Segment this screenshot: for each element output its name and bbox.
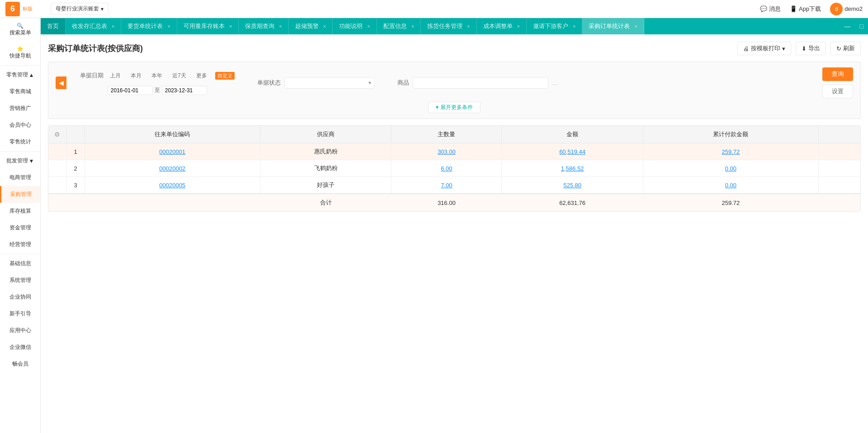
tab-picking-task[interactable]: 拣货任务管理 × <box>421 18 476 34</box>
sidebar-item-search[interactable]: 🔍 搜索菜单 <box>0 18 40 41</box>
sidebar-item-retail-shop[interactable]: 零售商城 <box>0 83 40 100</box>
sidebar-item-inventory[interactable]: 库存核算 <box>0 203 40 219</box>
last-month-button[interactable]: 上月 <box>106 71 124 81</box>
date-from-input[interactable] <box>108 86 153 95</box>
row3-index: 3 <box>66 177 85 194</box>
message-icon: 💬 <box>760 5 767 12</box>
expand-more-button[interactable]: ▾ 展开更多条件 <box>428 102 480 113</box>
date-custom-tag: 自定义 <box>215 72 235 80</box>
sidebar-item-app-center[interactable]: 应用中心 <box>0 322 40 339</box>
logo-text: 标版 <box>23 6 33 12</box>
tab-warranty-query-close[interactable]: × <box>279 24 282 29</box>
footer-label: 合计 <box>260 194 391 211</box>
tab-collection-summary-label: 收发存汇总表 <box>72 22 107 30</box>
tab-home[interactable]: 首页 <box>41 18 66 34</box>
more-date-button[interactable]: 更多 <box>193 71 211 81</box>
sidebar-item-member2[interactable]: 畅会员 <box>0 356 40 372</box>
tab-purchase-stats[interactable]: 采购订单统计表 × <box>582 18 644 34</box>
goods-more-icon[interactable]: ... <box>552 79 558 87</box>
sidebar-item-system[interactable]: 系统管理 <box>0 272 40 289</box>
row3-paid-amount: 0.00 <box>643 177 818 194</box>
tab-overstock-warning-close[interactable]: × <box>323 24 326 29</box>
app-download-button[interactable]: 📱 App下载 <box>790 5 821 13</box>
goods-input[interactable] <box>413 77 548 89</box>
tab-invite-downstream[interactable]: 邀请下游客户 × <box>527 18 582 34</box>
setting-button[interactable]: 设置 <box>822 85 853 98</box>
tab-collection-summary[interactable]: 收发存汇总表 × <box>66 18 121 34</box>
main-content: 采购订单统计表(按供应商) 🖨 按模板打印 ▾ ⬇ 导出 ↻ 刷新 <box>41 18 868 433</box>
sidebar-item-basic-info[interactable]: 基础信息 <box>0 255 40 272</box>
page-content: 采购订单统计表(按供应商) 🖨 按模板打印 ▾ ⬇ 导出 ↻ 刷新 <box>41 34 868 433</box>
row3-quantity-link[interactable]: 7.00 <box>441 182 452 189</box>
sidebar-item-quick-nav[interactable]: ⭐ 快捷导航 <box>0 41 40 64</box>
filter-row-main: ◀ 单据日期 上月 本月 本年 近7天 更多 自定义 <box>56 67 853 98</box>
tab-cost-adjust[interactable]: 成本调整单 × <box>477 18 527 34</box>
tab-purchase-stats-close[interactable]: × <box>634 24 637 29</box>
sidebar-item-member[interactable]: 会员中心 <box>0 117 40 133</box>
tab-function-desc-close[interactable]: × <box>367 24 370 29</box>
row1-quantity-link[interactable]: 303.00 <box>438 148 456 155</box>
sidebar-item-enterprise[interactable]: 企业协同 <box>0 289 40 305</box>
tab-config-info[interactable]: 配置信息 × <box>377 18 421 34</box>
row3-supplier: 好孩子 <box>260 177 391 194</box>
tab-warranty-query[interactable]: 保质期查询 × <box>239 18 288 34</box>
tab-usable-inventory[interactable]: 可用量库存账本 × <box>177 18 239 34</box>
date-shortcuts: 上月 本月 本年 近7天 更多 自定义 <box>106 71 235 81</box>
sidebar-item-operations[interactable]: 经营管理 <box>0 236 40 253</box>
tab-order-stats-close[interactable]: × <box>167 24 170 29</box>
last-7-days-button[interactable]: 近7天 <box>169 71 190 81</box>
sidebar-item-purchase[interactable]: 采购管理 <box>0 186 40 203</box>
sidebar-item-wholesale[interactable]: 批发管理 ▼ <box>0 152 40 169</box>
sidebar-item-enterprise-wechat[interactable]: 企业微信 <box>0 339 40 356</box>
tab-warranty-query-label: 保质期查询 <box>245 22 274 30</box>
print-button[interactable]: 🖨 按模板打印 ▾ <box>737 42 791 55</box>
tab-order-stats-label: 要货单统计表 <box>127 22 163 30</box>
export-button[interactable]: ⬇ 导出 <box>796 42 826 55</box>
sidebar-item-new-guide[interactable]: 新手引导 <box>0 305 40 322</box>
sidebar-item-finance[interactable]: 资金管理 <box>0 219 40 236</box>
user-profile[interactable]: d demo2 <box>830 3 863 15</box>
this-month-button[interactable]: 本月 <box>127 71 145 81</box>
minimize-button[interactable]: — <box>840 18 855 34</box>
row2-unit-code-link[interactable]: 00020002 <box>159 165 185 172</box>
status-select[interactable] <box>284 77 375 89</box>
row2-quantity-link[interactable]: 6.00 <box>441 165 452 172</box>
tab-order-stats[interactable]: 要货单统计表 × <box>121 18 177 34</box>
tab-cost-adjust-close[interactable]: × <box>517 24 520 29</box>
refresh-button[interactable]: ↻ 刷新 <box>830 42 861 55</box>
sidebar-item-retail-stat[interactable]: 零售统计 <box>0 133 40 150</box>
tab-overstock-warning[interactable]: 超储预警 × <box>289 18 333 34</box>
column-settings-icon[interactable]: ⚙ <box>54 131 60 138</box>
refresh-label: 刷新 <box>843 44 855 52</box>
tab-invite-downstream-close[interactable]: × <box>573 24 576 29</box>
footer-unit-code <box>85 194 260 211</box>
tab-picking-task-close[interactable]: × <box>467 24 470 29</box>
row2-amount-link[interactable]: 1,586.52 <box>561 165 584 172</box>
maximize-button[interactable]: □ <box>855 18 868 34</box>
row3-unit-code-link[interactable]: 00020005 <box>159 182 185 189</box>
tab-function-desc[interactable]: 功能说明 × <box>333 18 377 34</box>
sidebar-item-retail[interactable]: 零售管理 ▲ <box>0 67 40 83</box>
date-separator: 至 <box>155 86 160 94</box>
message-button[interactable]: 💬 消息 <box>760 5 781 13</box>
query-button[interactable]: 查询 <box>822 67 853 81</box>
date-to-input[interactable] <box>162 86 207 95</box>
tab-collection-summary-close[interactable]: × <box>112 24 114 29</box>
row1-supplier: 惠氏奶粉 <box>260 143 391 160</box>
sidebar-item-ecommerce[interactable]: 电商管理 <box>0 169 40 186</box>
row1-amount-link[interactable]: 60,519.44 <box>559 148 585 155</box>
this-year-button[interactable]: 本年 <box>148 71 166 81</box>
filter-collapse-button[interactable]: ◀ <box>56 76 66 89</box>
row1-paid-amount-link[interactable]: 259.72 <box>722 148 740 155</box>
row1-unit-code-link[interactable]: 00020001 <box>159 148 185 155</box>
workspace-selector[interactable]: 母婴行业演示账套 ▾ <box>51 3 108 15</box>
row3-amount-link[interactable]: 525.80 <box>563 182 581 189</box>
row3-paid-amount-link[interactable]: 0.00 <box>725 182 736 189</box>
sidebar-item-marketing[interactable]: 营销推广 <box>0 100 40 117</box>
row2-settings <box>48 160 66 177</box>
tab-config-info-close[interactable]: × <box>411 24 414 29</box>
row2-paid-amount-link[interactable]: 0.00 <box>725 165 736 172</box>
tab-usable-inventory-close[interactable]: × <box>229 24 232 29</box>
footer-row: 合计 316.00 62,631.76 259.72 <box>48 194 860 211</box>
sidebar-divider-1 <box>0 65 40 66</box>
